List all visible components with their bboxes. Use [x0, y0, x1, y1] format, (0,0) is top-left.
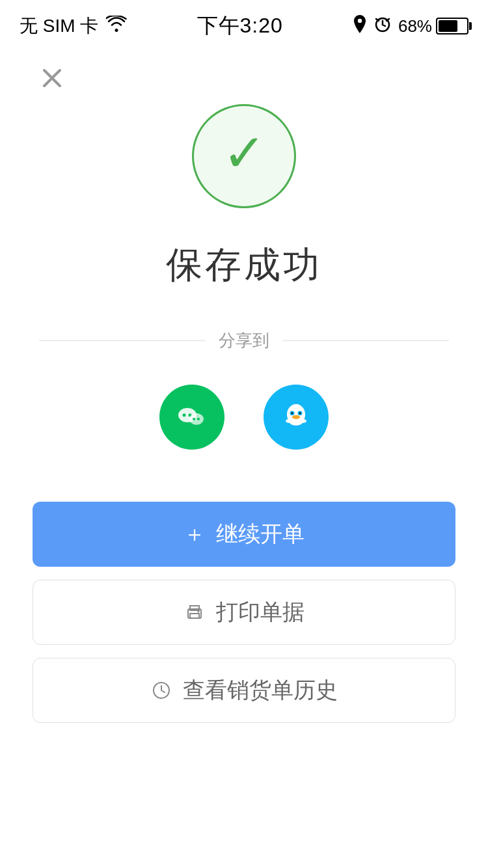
wifi-icon: [106, 16, 127, 37]
carrier-text: 无 SIM 卡: [20, 14, 98, 38]
history-button[interactable]: 查看销货单历史: [33, 658, 455, 723]
continue-button[interactable]: ＋ 继续开单: [33, 502, 455, 567]
battery-fill: [439, 20, 457, 32]
print-icon: [183, 601, 206, 623]
divider-line-left: [39, 340, 206, 341]
print-button[interactable]: 打印单据: [33, 580, 455, 645]
svg-point-8: [197, 418, 200, 420]
history-icon: [150, 679, 172, 701]
success-icon-container: ✓: [192, 104, 296, 208]
svg-point-12: [291, 413, 293, 414]
svg-point-14: [292, 415, 300, 419]
wechat-share-button[interactable]: [159, 385, 224, 450]
share-label: 分享到: [206, 329, 282, 352]
qq-share-button[interactable]: [264, 385, 329, 450]
close-button[interactable]: [33, 59, 72, 98]
alarm-icon: [373, 15, 392, 38]
svg-point-17: [290, 419, 303, 426]
plus-icon: ＋: [183, 519, 206, 549]
svg-rect-20: [190, 614, 199, 618]
battery-icon: [436, 18, 468, 34]
svg-point-4: [183, 414, 186, 417]
history-label: 查看销货单历史: [183, 675, 338, 705]
location-icon: [353, 15, 367, 38]
battery-container: 68%: [398, 16, 468, 36]
status-left: 无 SIM 卡: [20, 14, 127, 38]
svg-point-13: [299, 413, 301, 414]
continue-label: 继续开单: [216, 519, 305, 549]
share-icons-container: [159, 385, 329, 450]
status-bar: 无 SIM 卡 下午3:20 68%: [0, 0, 488, 52]
success-title: 保存成功: [166, 241, 322, 290]
checkmark-icon: ✓: [223, 128, 266, 180]
share-divider: 分享到: [0, 329, 488, 352]
svg-point-6: [189, 413, 204, 425]
battery-percent: 68%: [398, 16, 432, 36]
status-right: 68%: [353, 15, 468, 38]
svg-point-7: [193, 418, 195, 420]
action-buttons: ＋ 继续开单 打印单据 查看销货单历史: [0, 502, 488, 723]
status-time: 下午3:20: [197, 12, 283, 40]
print-label: 打印单据: [216, 597, 305, 627]
main-content: ✓ 保存成功 分享到: [0, 52, 488, 723]
divider-line-right: [282, 340, 449, 341]
svg-point-21: [198, 611, 200, 613]
